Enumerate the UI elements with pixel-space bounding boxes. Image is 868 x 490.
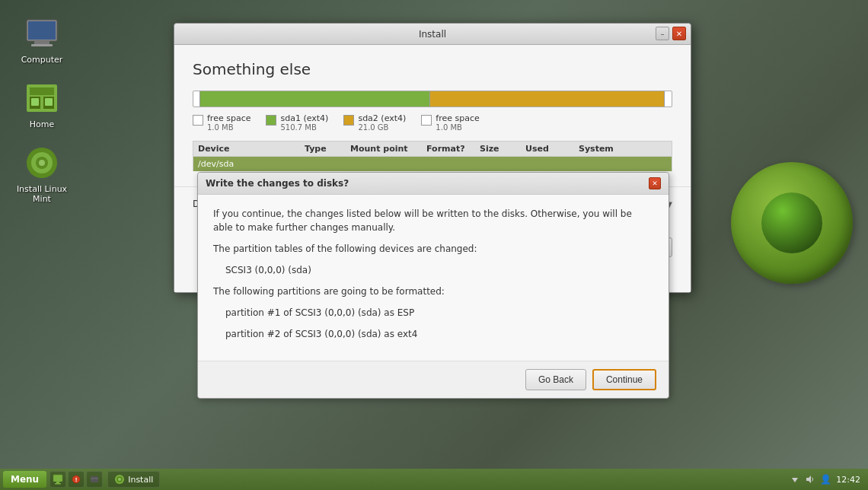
col-size: Size [480, 144, 525, 154]
dialog-content: If you continue, the changes listed belo… [198, 195, 669, 361]
install-icon [24, 145, 60, 181]
taskbar: Menu ! [0, 469, 868, 490]
partition-bar [193, 91, 672, 107]
taskbar-right: 👤 12:42 [790, 474, 865, 485]
row-mount [350, 159, 426, 169]
row-used [525, 159, 579, 169]
svg-rect-14 [53, 475, 62, 482]
row-format [426, 159, 480, 169]
svg-rect-2 [34, 41, 49, 44]
menu-button[interactable]: Menu [3, 471, 46, 488]
page-title: Something else [193, 60, 672, 78]
partition-sda1[interactable] [200, 91, 429, 107]
window-minimize-button[interactable]: – [656, 27, 669, 40]
svg-text:!: ! [75, 477, 78, 483]
home-icon-label: Home [30, 119, 54, 129]
dialog-formatting-item-0: partition #1 of SCSI3 (0,0,0) (sda) as E… [225, 306, 653, 320]
continue-button[interactable]: Continue [592, 369, 656, 390]
home-icon [24, 80, 60, 116]
dialog-partition-tables-devices: SCSI3 (0,0,0) (sda) [225, 263, 653, 277]
dialog-partition-tables-label: The partition tables of the following de… [213, 242, 653, 256]
user-icon: 👤 [820, 474, 831, 485]
write-changes-dialog: Write the changes to disks? ✕ If you con… [197, 172, 669, 399]
legend-label-free2: free space [436, 113, 479, 123]
dialog-message: If you continue, the changes listed belo… [213, 207, 653, 234]
dialog-buttons: Go Back Continue [198, 361, 669, 398]
dialog-formatting-item-1: partition #2 of SCSI3 (0,0,0) (sda) as e… [225, 327, 653, 341]
window-close-button[interactable]: ✕ [672, 27, 686, 40]
mint-circle [731, 162, 853, 284]
window-titlebar: Install – ✕ [174, 24, 691, 45]
legend-size-free1: 1.0 MB [207, 123, 251, 132]
legend-label-free1: free space [207, 113, 251, 123]
legend-item-sda1: sda1 (ext4) 510.7 MB [266, 113, 328, 132]
dialog-close-button[interactable]: ✕ [649, 177, 661, 189]
legend-size-sda1: 510.7 MB [280, 123, 328, 132]
legend-box-free1 [193, 115, 203, 126]
svg-rect-9 [45, 98, 53, 106]
legend-size-free2: 1.0 MB [436, 123, 479, 132]
computer-icon [24, 15, 60, 52]
legend-label-sda1: sda1 (ext4) [280, 113, 328, 123]
svg-rect-1 [28, 21, 56, 40]
partition-sda2[interactable] [430, 91, 665, 107]
svg-rect-19 [91, 476, 98, 482]
taskbar-icon-1[interactable] [49, 471, 66, 488]
taskbar-install-label: Install [128, 475, 153, 485]
svg-rect-8 [31, 98, 39, 106]
legend-item-free1: free space 1.0 MB [193, 113, 251, 132]
install-icon-label: Install Linux Mint [11, 184, 72, 204]
home-desktop-icon[interactable]: Home [11, 80, 72, 129]
computer-icon-label: Computer [21, 55, 63, 65]
sound-icon [805, 474, 815, 485]
svg-point-23 [118, 478, 121, 481]
legend-box-sda2 [343, 115, 354, 126]
mint-logo [716, 147, 868, 299]
svg-rect-3 [31, 44, 53, 46]
network-icon [790, 474, 800, 485]
svg-point-13 [39, 160, 45, 166]
table-row[interactable]: /dev/sda [193, 156, 672, 171]
window-title: Install [419, 29, 446, 40]
col-device: Device [198, 144, 305, 154]
mint-inner [761, 192, 822, 253]
dialog-title: Write the changes to disks? [206, 178, 349, 189]
taskbar-install-button[interactable]: Install [107, 471, 160, 488]
legend-item-sda2: sda2 (ext4) 21.0 GB [343, 113, 406, 132]
row-size [480, 159, 525, 169]
partition-free-right [665, 91, 672, 107]
legend-label-sda2: sda2 (ext4) [358, 113, 406, 123]
desktop-icons: Computer Home [0, 0, 84, 219]
svg-marker-24 [806, 476, 811, 483]
col-type: Type [305, 144, 350, 154]
svg-rect-16 [55, 483, 61, 485]
row-device: /dev/sda [198, 159, 305, 169]
install-desktop-icon[interactable]: Install Linux Mint [11, 145, 72, 204]
svg-rect-5 [30, 88, 54, 95]
window-controls: – ✕ [656, 27, 686, 40]
col-system: System [579, 144, 667, 154]
dialog-formatting-label: The following partitions are going to be… [213, 285, 653, 298]
window-content: Something else free space 1.0 MB [174, 45, 691, 186]
partition-table-header: Device Type Mount point Format? Size Use… [193, 141, 672, 156]
computer-desktop-icon[interactable]: Computer [11, 15, 72, 65]
partition-legend: free space 1.0 MB sda1 (ext4) 510.7 MB s… [193, 113, 672, 132]
install-window: Install – ✕ Something else free space [174, 23, 691, 293]
legend-size-sda2: 21.0 GB [358, 123, 406, 132]
desktop: Computer Home [0, 0, 868, 490]
legend-box-sda1 [266, 115, 276, 126]
partition-free-left [193, 91, 200, 107]
col-mount: Mount point [350, 144, 426, 154]
clock: 12:42 [836, 475, 860, 485]
row-system [579, 159, 667, 169]
dialog-titlebar: Write the changes to disks? ✕ [198, 173, 669, 195]
col-used: Used [525, 144, 579, 154]
col-format: Format? [426, 144, 480, 154]
taskbar-icon-3[interactable] [86, 471, 103, 488]
go-back-button[interactable]: Go Back [525, 369, 586, 390]
taskbar-icon-2[interactable]: ! [68, 471, 85, 488]
row-type [305, 159, 350, 169]
legend-box-free2 [421, 115, 432, 126]
svg-rect-15 [56, 482, 59, 483]
legend-item-free2: free space 1.0 MB [421, 113, 479, 132]
